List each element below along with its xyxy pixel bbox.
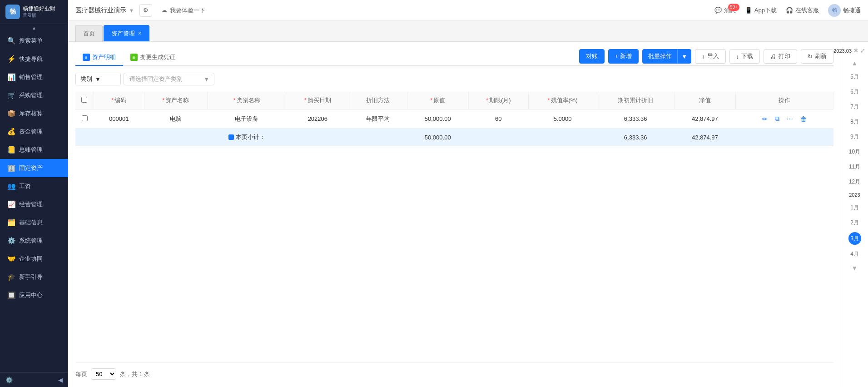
sidebar-item-finance[interactable]: 💰 资金管理 <box>0 123 68 141</box>
more-button[interactable]: ⋯ <box>785 114 795 124</box>
content-area: ≡ 资产明细 ≡ 变更生成凭证 对账 + 新增 批量操作 ▼ ↑ <box>68 42 868 387</box>
print-button[interactable]: 🖨 打印 <box>764 49 797 64</box>
import-button[interactable]: ↑ 导入 <box>695 49 726 64</box>
month-7[interactable]: 7月 <box>841 100 868 114</box>
message-icon: 💬 <box>714 7 722 14</box>
cell-period: 60 <box>468 109 528 129</box>
sidebar-item-system[interactable]: ⚙️ 系统管理 <box>0 232 68 250</box>
user-profile[interactable]: 畅 畅捷通 <box>828 4 861 17</box>
sidebar-item-purchase[interactable]: 🛒 采购管理 <box>0 86 68 104</box>
sidebar-item-apps[interactable]: 🔲 应用中心 <box>0 286 68 304</box>
tab-home[interactable]: 首页 <box>75 25 103 41</box>
sales-icon: 📊 <box>7 73 15 81</box>
company-selector[interactable]: 医疗器械行业演示 ▼ <box>75 6 134 15</box>
col-residual-rate: *残值率(%) <box>528 92 597 109</box>
cell-purchase-date: 202206 <box>286 109 349 129</box>
cloud-icon: ☁ <box>161 7 167 14</box>
reconcile-button[interactable]: 对账 <box>579 49 605 64</box>
collab-icon: 🤝 <box>7 255 15 263</box>
collapse-icon[interactable]: ◀ <box>58 377 63 383</box>
quicknav-icon: ⚡ <box>7 55 15 63</box>
sidebar-item-ops[interactable]: 📈 经营管理 <box>0 195 68 213</box>
delete-button[interactable]: 🗑 <box>799 114 808 124</box>
batch-operation-button[interactable]: 批量操作 ▼ <box>642 49 691 64</box>
sidebar-item-quicknav[interactable]: ⚡ 快捷导航 <box>0 50 68 68</box>
right-panel-close-icon[interactable]: ✕ <box>853 47 858 54</box>
inner-tab-asset-detail[interactable]: ≡ 资产明细 <box>75 50 123 66</box>
cell-category: 电子设备 <box>207 109 286 129</box>
add-button[interactable]: + 新增 <box>608 49 639 64</box>
col-period: *期限(月) <box>468 92 528 109</box>
subtotal-original-value: 50,000.00 <box>407 129 468 146</box>
dropdown-arrow-icon: ▼ <box>203 76 209 83</box>
per-page-label: 每页 <box>75 370 87 378</box>
month-8[interactable]: 8月 <box>841 115 868 129</box>
inventory-icon: 📦 <box>7 109 15 118</box>
sidebar-item-inventory[interactable]: 📦 库存核算 <box>0 104 68 123</box>
edit-button[interactable]: ✏ <box>760 114 769 124</box>
main-area: 医疗器械行业演示 ▼ ⚙ ☁ 我要体验一下 💬 消息 99+ 📱 App下载 🎧… <box>68 0 868 387</box>
online-service-button[interactable]: 🎧 在线客服 <box>786 6 819 15</box>
settings-icon[interactable]: ⚙️ <box>5 377 13 383</box>
month-10[interactable]: 10月 <box>841 145 868 159</box>
asset-detail-tab-icon: ≡ <box>83 54 90 61</box>
message-badge: 99+ <box>728 4 739 11</box>
page-size-select[interactable]: 50 10 20 100 <box>91 368 116 380</box>
tab-close-icon[interactable]: ✕ <box>138 30 142 36</box>
sidebar-item-basics[interactable]: 🗂️ 基础信息 <box>0 213 68 232</box>
month-3-current[interactable]: 3月 <box>848 232 861 245</box>
col-original-value: *原值 <box>407 92 468 109</box>
month-6[interactable]: 6月 <box>841 85 868 99</box>
sidebar-bottom: ⚙️ ◀ <box>0 372 68 387</box>
batch-dropdown-arrow[interactable]: ▼ <box>678 50 691 63</box>
system-icon: ⚙️ <box>7 237 15 245</box>
row-checkbox-cell <box>75 109 94 129</box>
year-2023-label: 2023 <box>849 190 860 199</box>
panel-scroll-up[interactable]: ▲ <box>850 58 860 69</box>
payroll-icon: 👥 <box>7 182 15 190</box>
download-button[interactable]: ↓ 下载 <box>729 49 760 64</box>
month-4[interactable]: 4月 <box>841 248 868 261</box>
sidebar-item-guide[interactable]: 🎓 新手引导 <box>0 268 68 286</box>
month-9[interactable]: 9月 <box>841 130 868 144</box>
month-2[interactable]: 2月 <box>841 216 868 229</box>
refresh-button[interactable]: ↻ 刷新 <box>801 49 833 64</box>
sidebar-item-ledger[interactable]: 📒 总账管理 <box>0 141 68 159</box>
gear-button[interactable]: ⚙ <box>139 4 152 17</box>
year-month-label: 2023.03 <box>833 48 852 54</box>
sidebar-item-assets[interactable]: 🏢 固定资产 <box>0 159 68 177</box>
row-checkbox[interactable] <box>82 115 88 121</box>
sidebar-item-sales[interactable]: 📊 销售管理 <box>0 68 68 86</box>
main-content: ≡ 资产明细 ≡ 变更生成凭证 对账 + 新增 批量操作 ▼ ↑ <box>68 42 841 387</box>
cell-actions: ✏ ⧉ ⋯ 🗑 <box>736 109 833 129</box>
month-12[interactable]: 12月 <box>841 175 868 189</box>
sidebar-item-collab[interactable]: 🤝 企业协同 <box>0 250 68 268</box>
col-category: *类别名称 <box>207 92 286 109</box>
right-panel-header[interactable]: 2023.03 ✕ ⤢ <box>841 45 868 56</box>
sidebar-scroll-up[interactable]: ▲ <box>0 24 68 32</box>
col-net-value: 净值 <box>674 92 735 109</box>
category-filter: 类别 ▼ 请选择固定资产类别 ▼ <box>75 73 214 85</box>
panel-scroll-down[interactable]: ▼ <box>850 263 860 273</box>
app-logo-text: 畅捷通好业财 普及版 <box>23 5 55 19</box>
sidebar-item-search[interactable]: 🔍 搜索菜单 <box>0 32 68 50</box>
month-1[interactable]: 1月 <box>841 201 868 214</box>
subtotal-initial-accumulated: 6,333.36 <box>597 129 674 146</box>
select-all-checkbox[interactable] <box>81 97 87 103</box>
cell-initial-accumulated: 6,333.36 <box>597 109 674 129</box>
experience-button[interactable]: ☁ 我要体验一下 <box>161 6 205 15</box>
month-11[interactable]: 11月 <box>841 160 868 174</box>
right-panel-expand-icon[interactable]: ⤢ <box>860 47 865 54</box>
sidebar-item-payroll[interactable]: 👥 工资 <box>0 177 68 195</box>
download-icon: ↓ <box>736 53 739 60</box>
subtotal-net-value: 42,874.97 <box>674 129 735 146</box>
copy-button[interactable]: ⧉ <box>773 114 781 124</box>
tab-asset-management[interactable]: 资产管理 ✕ <box>104 25 149 41</box>
category-dropdown[interactable]: 请选择固定资产类别 ▼ <box>124 73 214 85</box>
message-button[interactable]: 💬 消息 99+ <box>714 6 736 15</box>
app-download-button[interactable]: 📱 App下载 <box>745 6 777 15</box>
category-select[interactable]: 类别 ▼ <box>75 73 121 85</box>
month-5[interactable]: 5月 <box>841 70 868 84</box>
col-name: *资产名称 <box>144 92 207 109</box>
inner-tab-voucher[interactable]: ≡ 变更生成凭证 <box>123 50 183 66</box>
